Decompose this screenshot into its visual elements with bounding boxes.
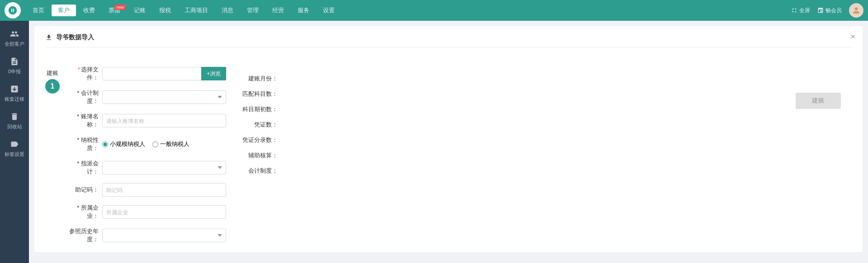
sidebar-item-tag[interactable]: 标签设置	[0, 135, 29, 162]
navbar-right: 全屏 畅会员	[791, 3, 863, 18]
member-icon	[817, 7, 824, 14]
accountant-label: * 指派会计：	[67, 160, 99, 176]
history-year-select[interactable]	[102, 229, 226, 242]
company-row: * 所属企业：	[67, 204, 226, 220]
step-text: 建账	[47, 69, 58, 77]
form-right: 建账月份： 匹配科目数： 科目期初数：	[226, 56, 852, 244]
subjects-initial-row: 科目期初数：	[237, 105, 796, 113]
nav-manage[interactable]: 管理	[241, 5, 265, 16]
right-columns: 建账月份： 匹配科目数： 科目期初数：	[237, 66, 841, 235]
right-col-info: 建账月份： 匹配科目数： 科目期初数：	[237, 66, 796, 235]
account-name-input[interactable]	[102, 114, 226, 127]
accounting-system-info-label: 会计制度：	[237, 167, 278, 175]
tax-radio-group: 小规模纳税人 一般纳税人	[102, 140, 190, 148]
match-subjects-label: 匹配科目数：	[237, 90, 278, 98]
member-btn[interactable]: 畅会员	[817, 7, 842, 14]
nav-tax[interactable]: 报税	[153, 5, 177, 16]
sidebar: 全部客户 0申报 账套迁移 回收站	[0, 21, 29, 263]
users-icon	[9, 29, 19, 39]
history-year-row: 参照历史年度：	[67, 227, 226, 244]
match-subjects-row: 匹配科目数：	[237, 90, 796, 98]
accounting-system-row: * 会计制度：	[67, 89, 226, 105]
right-col-actions: 建账	[796, 66, 841, 235]
declare-icon	[9, 56, 19, 66]
tax-type-label: * 纳税性质：	[67, 136, 99, 152]
build-button[interactable]: 建账	[796, 93, 841, 109]
tag-icon	[9, 139, 19, 149]
nav-settings[interactable]: 设置	[317, 5, 341, 16]
nav-customer[interactable]: 客户	[52, 5, 76, 16]
step-label: 建账 1	[45, 66, 60, 94]
accountant-row: * 指派会计：	[67, 160, 226, 176]
sidebar-item-trash[interactable]: 回收站	[0, 107, 29, 135]
tax-small-radio[interactable]: 小规模纳税人	[102, 140, 145, 148]
voucher-entries-label: 凭证分录数：	[237, 136, 278, 144]
avatar[interactable]	[849, 3, 863, 18]
build-month-row: 建账月份：	[237, 75, 796, 83]
sidebar-item-label: 全部客户	[5, 41, 24, 47]
auxiliary-label: 辅助核算：	[237, 151, 278, 160]
memo-label: 助记码：	[67, 186, 99, 194]
browse-button[interactable]: +浏览	[201, 67, 226, 80]
step-section: 建账 1 *选择文件：	[45, 66, 226, 244]
sidebar-item-declare[interactable]: 0申报	[0, 52, 29, 80]
sidebar-item-label: 标签设置	[5, 151, 24, 158]
accounting-system-label: * 会计制度：	[67, 89, 99, 105]
card-header: 导爷数据导入	[45, 33, 852, 47]
nav-account[interactable]: 记账	[128, 5, 152, 16]
sidebar-item-label: 回收站	[7, 123, 22, 130]
fullscreen-icon	[791, 7, 797, 14]
close-button[interactable]: ×	[850, 33, 855, 41]
sidebar-item-migrate[interactable]: 账套迁移	[0, 80, 29, 107]
tax-type-row: * 纳税性质： 小规模纳税人 一般纳税人	[67, 136, 226, 152]
memo-input[interactable]	[102, 183, 226, 197]
accounting-system-select[interactable]	[102, 90, 226, 104]
sidebar-item-label: 账套迁移	[5, 96, 24, 103]
company-label: * 所属企业：	[67, 204, 99, 220]
nav-ticket[interactable]: 票据 new	[102, 5, 127, 16]
account-name-row: * 账簿名称：	[67, 113, 226, 129]
voucher-entries-row: 凭证分录数：	[237, 136, 796, 144]
form-left: 建账 1 *选择文件：	[45, 56, 226, 244]
file-input-group: +浏览	[102, 67, 226, 80]
fullscreen-btn[interactable]: 全屏	[791, 7, 810, 14]
nav-message[interactable]: 消息	[215, 5, 240, 16]
accounting-system-info-row: 会计制度：	[237, 167, 796, 175]
file-row: *选择文件： +浏览	[67, 66, 226, 82]
accountant-select[interactable]	[102, 161, 226, 174]
logo[interactable]	[5, 2, 21, 19]
memo-row: 助记码：	[67, 183, 226, 197]
form-fields: *选择文件： +浏览 * 会计制度：	[67, 66, 226, 244]
history-year-label: 参照历史年度：	[67, 227, 99, 244]
nav-home[interactable]: 首页	[26, 5, 51, 16]
content-area: 导爷数据导入 × 建账 1	[29, 21, 868, 263]
auxiliary-row: 辅助核算：	[237, 151, 796, 160]
nav-service[interactable]: 服务	[291, 5, 316, 16]
import-icon	[45, 34, 52, 41]
voucher-label: 凭证数：	[237, 121, 278, 129]
company-input[interactable]	[102, 205, 226, 219]
tax-general-radio[interactable]: 一般纳税人	[152, 140, 190, 148]
main-layout: 全部客户 0申报 账套迁移 回收站	[0, 21, 868, 263]
trash-icon	[9, 112, 19, 122]
sidebar-item-label: 0申报	[8, 68, 21, 75]
file-label: *选择文件：	[67, 66, 99, 82]
avatar-icon	[852, 6, 861, 15]
step-circle: 1	[45, 79, 60, 94]
sidebar-item-all-customers[interactable]: 全部客户	[0, 24, 29, 52]
tax-general-input[interactable]	[152, 141, 158, 147]
nav-items: 首页 客户 收费 票据 new 记账 报税 工商项目 消息 管理 经营 服务 设…	[26, 5, 791, 16]
navbar: 首页 客户 收费 票据 new 记账 报税 工商项目 消息 管理 经营 服务 设…	[0, 0, 868, 21]
nav-operate[interactable]: 经营	[266, 5, 290, 16]
nav-business[interactable]: 工商项目	[178, 5, 214, 16]
file-text-input[interactable]	[102, 67, 201, 80]
account-name-label: * 账簿名称：	[67, 113, 99, 129]
main-card: 导爷数据导入 × 建账 1	[34, 26, 863, 252]
nav-fee[interactable]: 收费	[77, 5, 101, 16]
voucher-row: 凭证数：	[237, 121, 796, 129]
tax-small-input[interactable]	[102, 141, 108, 147]
new-badge: new	[114, 5, 126, 10]
migrate-icon	[9, 84, 19, 94]
build-month-label: 建账月份：	[237, 75, 278, 83]
page-title: 导爷数据导入	[56, 33, 94, 42]
